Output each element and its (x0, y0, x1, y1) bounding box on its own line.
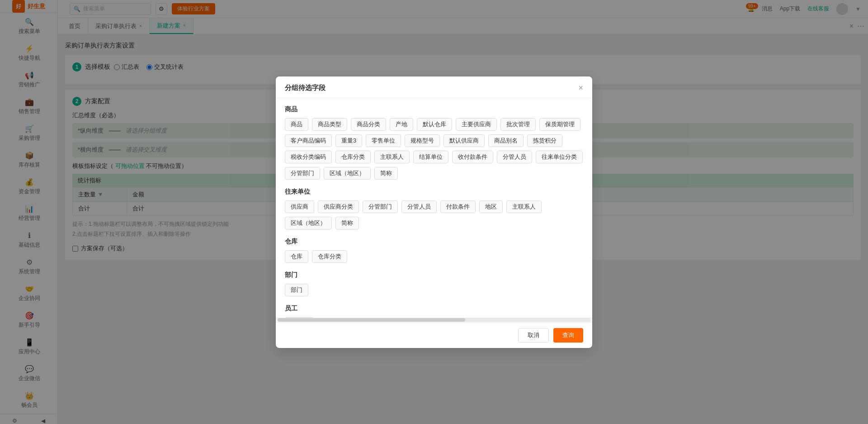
field-tag[interactable]: 客户商品编码 (285, 134, 332, 147)
cancel-button[interactable]: 取消 (518, 328, 549, 343)
modal-overlay: 分组待选字段 × 商品商品商品类型商品分类产地默认仓库主要供应商批次管理保质期管… (0, 0, 868, 424)
field-tag[interactable]: 主联系人 (374, 151, 410, 163)
field-tag[interactable]: 商品 (285, 118, 308, 131)
field-tag[interactable]: 规格型号 (405, 134, 440, 147)
field-tag[interactable]: 结算单位 (413, 151, 448, 163)
field-tag[interactable]: 重量3 (335, 134, 362, 147)
field-tag[interactable]: 仓库分类 (335, 151, 371, 163)
field-tag[interactable]: 商品类型 (312, 118, 347, 131)
field-tag[interactable]: 产地 (390, 118, 413, 131)
field-tag[interactable]: 付款条件 (440, 200, 476, 213)
field-tag[interactable]: 拣货积分 (527, 134, 562, 147)
field-tag[interactable]: 仓库 (285, 250, 308, 263)
field-group-员工: 员工业务员 (285, 305, 583, 318)
modal: 分组待选字段 × 商品商品商品类型商品分类产地默认仓库主要供应商批次管理保质期管… (276, 76, 592, 348)
field-tag[interactable]: 仓库分类 (312, 250, 347, 263)
field-tag[interactable]: 简称 (374, 167, 398, 180)
field-tag[interactable]: 往来单位分类 (536, 151, 583, 163)
confirm-button[interactable]: 查询 (553, 328, 583, 343)
field-tag[interactable]: 收付款条件 (452, 151, 493, 163)
field-tag[interactable]: 分管人员 (497, 151, 532, 163)
field-tag[interactable]: 分管部门 (285, 167, 320, 180)
modal-header: 分组待选字段 × (276, 76, 592, 98)
field-tag[interactable]: 分管部门 (363, 200, 398, 213)
field-tag[interactable]: 供应商分类 (318, 200, 359, 213)
modal-close-button[interactable]: × (578, 84, 583, 92)
field-tag[interactable]: 简称 (335, 217, 359, 229)
field-tag[interactable]: 分管人员 (401, 200, 437, 213)
field-tag[interactable]: 区域（地区） (324, 167, 371, 180)
modal-footer: 取消 查询 (276, 322, 592, 348)
field-group-部门: 部门部门 (285, 271, 583, 296)
field-tag[interactable]: 主要供应商 (456, 118, 497, 131)
field-tags-仓库: 仓库仓库分类 (285, 250, 583, 263)
field-tag[interactable]: 默认仓库 (417, 118, 452, 131)
scroll-track (278, 318, 590, 322)
field-tag[interactable]: 零售单位 (366, 134, 401, 147)
field-tag[interactable]: 税收分类编码 (285, 151, 332, 163)
field-tag[interactable]: 主联系人 (506, 200, 542, 213)
field-group-仓库: 仓库仓库仓库分类 (285, 238, 583, 263)
field-tags-往来单位: 供应商供应商分类分管部门分管人员付款条件地区主联系人区域（地区）简称 (285, 200, 583, 229)
field-group-title-员工: 员工 (285, 305, 583, 313)
field-group-往来单位: 往来单位供应商供应商分类分管部门分管人员付款条件地区主联系人区域（地区）简称 (285, 188, 583, 229)
field-group-title-往来单位: 往来单位 (285, 188, 583, 196)
field-group-title-仓库: 仓库 (285, 238, 583, 246)
field-tag[interactable]: 默认供应商 (443, 134, 485, 147)
field-tag[interactable]: 地区 (479, 200, 503, 213)
field-group-商品: 商品商品商品类型商品分类产地默认仓库主要供应商批次管理保质期管理客户商品编码重量… (285, 105, 583, 180)
field-group-title-商品: 商品 (285, 105, 583, 114)
field-tag[interactable]: 供应商 (285, 200, 314, 213)
field-group-title-部门: 部门 (285, 271, 583, 279)
field-tag[interactable]: 保质期管理 (539, 118, 580, 131)
field-tag[interactable]: 部门 (285, 284, 308, 296)
field-tag[interactable]: 商品分类 (351, 118, 386, 131)
modal-title: 分组待选字段 (285, 84, 326, 92)
field-tag[interactable]: 商品别名 (488, 134, 524, 147)
field-tag[interactable]: 批次管理 (500, 118, 536, 131)
field-tags-商品: 商品商品类型商品分类产地默认仓库主要供应商批次管理保质期管理客户商品编码重量3零… (285, 118, 583, 180)
field-tags-部门: 部门 (285, 284, 583, 296)
modal-bottom-scrollbar[interactable] (276, 318, 592, 322)
field-tag[interactable]: 区域（地区） (285, 217, 332, 229)
modal-body: 商品商品商品类型商品分类产地默认仓库主要供应商批次管理保质期管理客户商品编码重量… (276, 98, 592, 318)
scroll-thumb (278, 318, 465, 322)
